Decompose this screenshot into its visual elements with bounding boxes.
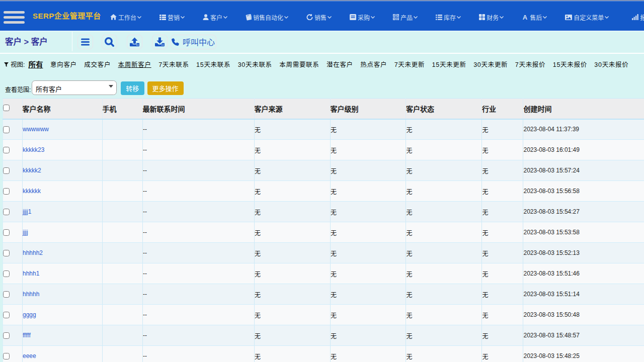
- svg-text:A: A: [523, 15, 528, 20]
